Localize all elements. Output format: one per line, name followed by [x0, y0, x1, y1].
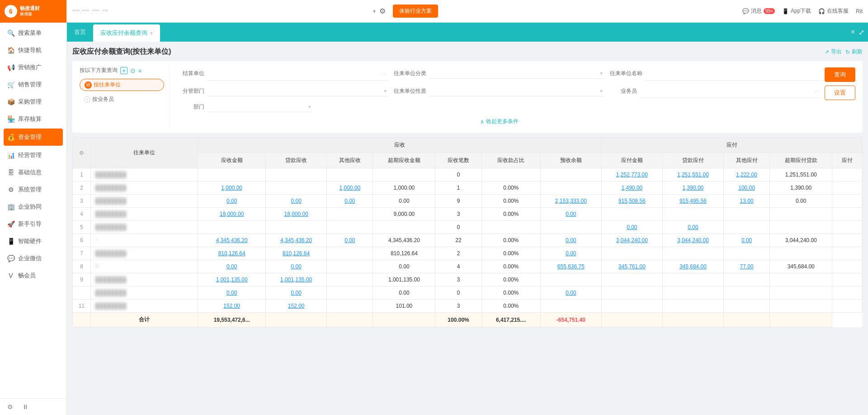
sidebar-item-search[interactable]: 🔍 搜索菜单: [0, 24, 66, 42]
refresh-btn[interactable]: ↻ 刷新: [845, 48, 863, 56]
table-cell-link[interactable]: 1,251,551.00: [677, 172, 709, 178]
sidebar-item-marketing[interactable]: 📢 营销推广: [0, 59, 66, 76]
online-service-btn[interactable]: 🎧 在线客服: [818, 7, 849, 15]
table-cell-link[interactable]: 1,490.00: [622, 185, 643, 191]
table-gear-icon[interactable]: ⚙: [79, 150, 84, 156]
export-btn[interactable]: ↗ 导出: [825, 48, 842, 56]
sidebar-item-basic[interactable]: 🗄 基础信息: [0, 164, 66, 181]
table-cell-link[interactable]: 0.00: [291, 263, 301, 270]
table-cell-link[interactable]: 0.00: [627, 224, 637, 230]
table-cell-link[interactable]: 13.00: [740, 198, 754, 204]
scheme-by-partner[interactable]: W 按往来单位: [80, 79, 164, 91]
table-cell-link[interactable]: 0.00: [566, 211, 576, 217]
dropdown-arrow-icon[interactable]: ▾: [373, 8, 376, 14]
table-cell-link[interactable]: 0.00: [226, 290, 237, 296]
table-cell-link[interactable]: 345,684.00: [679, 263, 707, 270]
page-header: 应收应付余额查询(按往来单位) ↗ 导出 ↻ 刷新: [72, 47, 863, 57]
table-cell-link[interactable]: 655,636.75: [557, 263, 585, 270]
tab-home[interactable]: 首页: [67, 24, 93, 41]
table-cell-link[interactable]: 4,345,436.20: [280, 237, 312, 243]
table-cell-link[interactable]: 0.00: [566, 237, 576, 243]
salesman-input[interactable]: [642, 86, 815, 96]
setting-scheme-icon[interactable]: ⊙: [130, 67, 136, 74]
sidebar-item-finance[interactable]: 💰 资金管理: [4, 129, 63, 146]
table-cell-link[interactable]: 152.00: [223, 303, 240, 309]
table-cell-link[interactable]: 3,044,240.00: [677, 237, 709, 243]
table-cell-link[interactable]: 345,761.00: [618, 263, 646, 270]
topbar-gear-icon[interactable]: ⚙: [379, 7, 386, 15]
sidebar-item-wechat[interactable]: 💬 企业微信: [0, 250, 66, 267]
sidebar-item-quicknav[interactable]: 🏠 快捷导航: [0, 42, 66, 59]
table-cell-link[interactable]: 1,000.00: [339, 185, 360, 191]
sidebar-item-hardware[interactable]: 📱 智能硬件: [0, 233, 66, 250]
settlement-unit-input[interactable]: [209, 68, 382, 78]
settings-icon[interactable]: ⚙: [7, 403, 13, 410]
sidebar-item-system[interactable]: ⚙ 系统管理: [0, 181, 66, 198]
scheme-by-salesman[interactable]: ○ 按业务员: [80, 94, 164, 105]
table-cell-link[interactable]: 0.00: [226, 198, 237, 204]
set-btn[interactable]: 设置: [825, 86, 855, 100]
collapse-btn-label: 收起更多条件: [486, 118, 519, 125]
query-btn[interactable]: 查询: [825, 67, 855, 82]
sidebar-item-member[interactable]: V 畅会员: [0, 267, 66, 284]
table-cell-link[interactable]: 4,345,436.20: [216, 237, 248, 243]
window-close-icon[interactable]: ×: [851, 28, 855, 36]
table-cell-link[interactable]: 2,153,333.00: [555, 198, 587, 204]
user-name: Rit: [856, 8, 863, 14]
dept-label: 部门: [177, 103, 204, 111]
table-cell-link[interactable]: 0.00: [344, 198, 355, 204]
table-cell-link[interactable]: 0.00: [566, 290, 576, 296]
table-cell-link[interactable]: 1,252,773.00: [616, 172, 648, 178]
table-cell-link[interactable]: 0.00: [291, 290, 301, 296]
filter-row-1: 结算单位 ··· 往来单位分类: [177, 67, 821, 81]
table-cell-link[interactable]: 915,508.56: [618, 198, 646, 204]
table-cell-link[interactable]: 0.00: [741, 237, 752, 243]
notification-btn[interactable]: 💬 消息 99+: [742, 7, 775, 15]
table-cell-link[interactable]: 18,000.00: [284, 211, 308, 217]
industry-btn[interactable]: 体验行业方案: [393, 5, 438, 18]
tab-close-icon[interactable]: ×: [150, 31, 153, 36]
dept-select[interactable]: ▾: [207, 102, 313, 112]
dept-manager-select[interactable]: ▾: [207, 86, 388, 96]
sidebar-item-sales[interactable]: 🛒 销售管理: [0, 76, 66, 93]
partner-nature-arrow-icon: ▾: [600, 88, 603, 94]
partner-name-input[interactable]: [647, 68, 819, 78]
sidebar-item-operations[interactable]: 📊 经营管理: [0, 147, 66, 164]
salesman-dots-icon[interactable]: ···: [815, 88, 819, 94]
table-cell-link[interactable]: 1,222.00: [736, 172, 757, 178]
partner-nature-select[interactable]: ▾: [429, 86, 605, 96]
window-max-icon[interactable]: ⤢: [859, 28, 864, 37]
table-cell-link[interactable]: 0.00: [688, 224, 698, 230]
table-cell-link[interactable]: 0.00: [291, 198, 301, 204]
table-cell-link[interactable]: 152.00: [288, 303, 305, 309]
table-cell-link[interactable]: 915,495.56: [679, 198, 707, 204]
table-cell-link[interactable]: 1,001,135.00: [280, 277, 312, 283]
sidebar-item-enterprise[interactable]: 🏢 企业协同: [0, 198, 66, 215]
table-cell-link[interactable]: 810,126.64: [218, 250, 245, 257]
tab-query[interactable]: 应收应付余额查询 ×: [93, 24, 160, 42]
filter-row-3: 部门 ▾: [177, 102, 821, 112]
table-cell-link[interactable]: 18,000.00: [220, 211, 244, 217]
table-cell-link[interactable]: 100.00: [738, 185, 755, 191]
table-cell-link[interactable]: 0.00: [566, 250, 576, 257]
add-scheme-icon[interactable]: +: [120, 67, 127, 74]
sidebar-item-purchase[interactable]: 📦 采购管理: [0, 93, 66, 110]
table-cell-link[interactable]: 810,126.64: [283, 250, 310, 257]
partner-category-select[interactable]: ▾: [429, 68, 605, 79]
collapse-btn[interactable]: ∧ 收起更多条件: [480, 118, 519, 125]
table-cell-link[interactable]: 0.00: [344, 237, 355, 243]
table-cell-link[interactable]: 1,001,135.00: [216, 277, 248, 283]
table-cell-link[interactable]: 0.00: [226, 263, 237, 270]
collapse-icon[interactable]: ⏸: [22, 403, 28, 410]
collapse-scheme-icon[interactable]: «: [138, 67, 142, 74]
table-cell-link[interactable]: 77.00: [740, 263, 754, 270]
table-cell-link[interactable]: 1,000.00: [221, 185, 242, 191]
main-area: ****.**** .**** .*** ▾ ⚙ 体验行业方案 💬 消息 99+…: [67, 0, 868, 415]
sidebar-item-guide[interactable]: 🚀 新手引导: [0, 215, 66, 233]
sidebar-item-inventory[interactable]: 🏪 库存核算: [0, 110, 66, 128]
app-download-btn[interactable]: 📱 App下载: [782, 7, 811, 15]
table-cell-link[interactable]: 1,390.00: [683, 185, 704, 191]
table-cell-link[interactable]: 3,044,240.00: [616, 237, 648, 243]
settlement-dots-icon[interactable]: ···: [382, 70, 387, 76]
row-seq: 9: [73, 273, 91, 286]
